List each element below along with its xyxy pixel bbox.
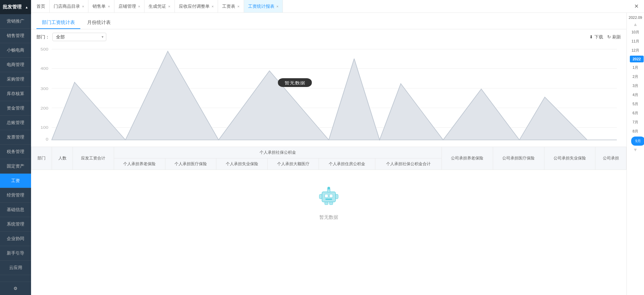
page-area: 部门工资统计表月份统计表 部门： 全部销售部财务部行政部 ▾ ⬇ 下载 (31, 13, 644, 295)
chart-area: 500 400 300 200 100 0 (31, 45, 626, 147)
tab-销售单[interactable]: 销售单× (88, 0, 114, 13)
date-item-9月[interactable]: 9月 (631, 137, 644, 146)
svg-text:200: 200 (41, 106, 48, 110)
dept-select-wrap: 全部销售部财务部行政部 ▾ (52, 33, 106, 41)
tab-close-店铺管理[interactable]: × (138, 4, 140, 8)
tab-close-工资表[interactable]: × (237, 4, 239, 8)
date-item-2月[interactable]: 2月 (628, 72, 642, 81)
sidebar-item-资金管理[interactable]: 资金管理 (0, 101, 31, 116)
tab-工资表[interactable]: 工资表× (218, 0, 244, 13)
date-item-6月[interactable]: 6月 (628, 109, 642, 118)
tab-close-应收应付调整单[interactable]: × (212, 4, 214, 8)
refresh-icon: ↻ (607, 34, 611, 39)
close-all-tabs-button[interactable]: ✕ (633, 2, 640, 10)
tab-门店商品目录[interactable]: 门店商品目录× (50, 0, 88, 13)
chart-svg-wrap: 500 400 300 200 100 0 (36, 45, 621, 147)
sidebar-item-固定资产[interactable]: 固定资产 (0, 159, 31, 174)
toolbar-left: 部门： 全部销售部财务部行政部 ▾ (36, 33, 106, 41)
tab-首页[interactable]: 首页 (32, 0, 50, 13)
tab-生成凭证[interactable]: 生成凭证× (144, 0, 175, 13)
tab-close-生成凭证[interactable]: × (168, 4, 170, 8)
dept-label: 部门： (36, 34, 50, 40)
empty-text: 暂无数据 (319, 214, 338, 220)
date-item-8月[interactable]: 8月 (628, 127, 642, 136)
sidebar-item-电商管理[interactable]: 电商管理 (0, 58, 31, 72)
th-company-old: 公司承担养老保险 (441, 147, 493, 170)
th-count: 人数 (52, 147, 73, 170)
date-down-arrow[interactable]: ▼ (633, 146, 639, 153)
sidebar-item-新手引导[interactable]: 新手引导 (0, 246, 31, 261)
tab-店铺管理[interactable]: 店铺管理× (114, 0, 144, 13)
empty-state: 暂无数据 (31, 170, 626, 234)
sidebar-item-营销推广[interactable]: 营销推广 (0, 14, 31, 29)
svg-rect-23 (325, 202, 328, 205)
sidebar-item-小畅电商[interactable]: 小畅电商 (0, 43, 31, 58)
sidebar-item-工资[interactable]: 工资 (0, 174, 31, 188)
sidebar-arrow-icon: ▲ (25, 5, 28, 9)
tabs-actions: ✕ (630, 2, 643, 10)
date-item-2022[interactable]: 2022 (630, 56, 644, 62)
sidebar-header[interactable]: 批发管理 ▲ (0, 0, 31, 14)
svg-marker-12 (52, 51, 617, 140)
svg-rect-16 (325, 194, 328, 198)
date-item-12月[interactable]: 12月 (628, 46, 642, 55)
tabs-bar: 首页门店商品目录×销售单×店铺管理×生成凭证×应收应付调整单×工资表×工资统计报… (31, 0, 644, 13)
date-item-7月[interactable]: 7月 (628, 118, 642, 127)
sidebar-item-企业协同[interactable]: 企业协同 (0, 232, 31, 246)
svg-rect-24 (329, 202, 333, 205)
main-content: 首页门店商品目录×销售单×店铺管理×生成凭证×应收应付调整单×工资表×工资统计报… (31, 0, 644, 295)
sub-tabs: 部门工资统计表月份统计表 (31, 13, 626, 29)
sidebar-item-税务管理[interactable]: 税务管理 (0, 145, 31, 159)
sidebar: 批发管理 ▲ 营销推广销售管理小畅电商电商管理采购管理库存核算资金管理总账管理发… (0, 0, 31, 295)
sidebar-settings[interactable]: ⚙ (0, 282, 31, 295)
sub-tab-月份统计表[interactable]: 月份统计表 (82, 17, 116, 29)
svg-text:400: 400 (41, 66, 48, 70)
th-personal-housing: 个人承担住房公积金 (319, 158, 375, 170)
content-panel: 部门工资统计表月份统计表 部门： 全部销售部财务部行政部 ▾ ⬇ 下载 (31, 13, 626, 295)
th-personal-unemploy: 个人承担失业保险 (216, 158, 268, 170)
date-panel: 2022.09 ▲ 10月11月12月20221月2月3月4月5月6月7月8月9… (626, 13, 644, 295)
download-button[interactable]: ⬇ 下载 (589, 34, 603, 40)
svg-rect-21 (319, 194, 322, 199)
table-area[interactable]: 部门 人数 应发工资合计 个人承担社保公积金 公司承担养老保险 公司承担医疗保险… (31, 147, 626, 295)
toolbar-right: ⬇ 下载 ↻ 刷新 (589, 34, 621, 40)
date-item-5月[interactable]: 5月 (628, 99, 642, 109)
tab-应收应付调整单[interactable]: 应收应付调整单× (175, 0, 218, 13)
sidebar-item-销售管理[interactable]: 销售管理 (0, 29, 31, 43)
sidebar-item-发票管理[interactable]: 发票管理 (0, 130, 31, 145)
sidebar-item-云应用[interactable]: 云应用 (0, 261, 31, 275)
date-item-1月[interactable]: 1月 (628, 63, 642, 72)
th-company-medical: 公司承担医疗保险 (493, 147, 544, 170)
svg-text:0: 0 (46, 137, 48, 141)
th-company-other: 公司承担 (595, 147, 626, 170)
empty-icon (315, 183, 342, 210)
date-item-10月[interactable]: 10月 (628, 28, 642, 37)
settings-icon: ⚙ (14, 286, 18, 291)
sidebar-item-采购管理[interactable]: 采购管理 (0, 72, 31, 87)
svg-rect-22 (336, 194, 338, 199)
download-icon: ⬇ (589, 34, 593, 39)
date-items: 10月11月12月20221月2月3月4月5月6月7月8月9月 (628, 28, 642, 146)
tab-close-工资统计报表[interactable]: × (276, 4, 278, 8)
tab-工资统计报表[interactable]: 工资统计报表× (244, 0, 283, 13)
th-company-unemploy: 公司承担失业保险 (544, 147, 595, 170)
date-item-11月[interactable]: 11月 (628, 37, 642, 46)
sidebar-title: 批发管理 (3, 4, 22, 10)
refresh-button[interactable]: ↻ 刷新 (607, 34, 621, 40)
sidebar-item-总账管理[interactable]: 总账管理 (0, 116, 31, 130)
date-item-4月[interactable]: 4月 (628, 90, 642, 99)
date-up-arrow[interactable]: ▲ (633, 21, 639, 28)
sidebar-item-经营管理[interactable]: 经营管理 (0, 188, 31, 203)
sidebar-item-基础信息[interactable]: 基础信息 (0, 203, 31, 217)
tab-close-门店商品目录[interactable]: × (82, 4, 84, 8)
date-item-3月[interactable]: 3月 (628, 81, 642, 90)
tab-close-销售单[interactable]: × (108, 4, 110, 8)
svg-text:暂无数据: 暂无数据 (285, 81, 305, 85)
sidebar-item-系统管理[interactable]: 系统管理 (0, 217, 31, 232)
dept-select[interactable]: 全部销售部财务部行政部 (52, 33, 106, 41)
download-label: 下载 (594, 34, 603, 40)
sub-tab-部门工资统计表[interactable]: 部门工资统计表 (36, 17, 80, 29)
th-personal-total: 个人承担社保公积金合计 (375, 158, 441, 170)
th-personal-group: 个人承担社保公积金 (114, 147, 441, 158)
sidebar-item-库存核算[interactable]: 库存核算 (0, 87, 31, 101)
